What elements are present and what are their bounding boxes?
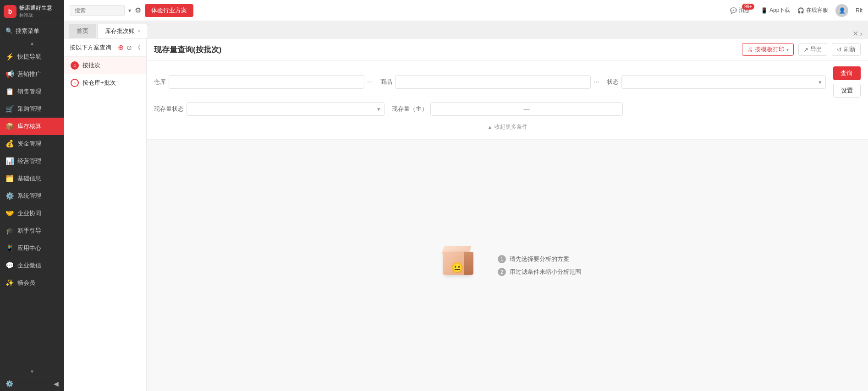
tab-close-right[interactable]: ✕ › — [847, 29, 868, 38]
sidebar-item-label: 企业协同 — [17, 209, 41, 217]
left-panel-header: 按以下方案查询 ⊕ ⊙ 《 — [64, 38, 146, 57]
inventory-icon: 📦 — [5, 122, 14, 130]
sidebar-item-label: 基础信息 — [17, 174, 41, 183]
sidebar-item-system[interactable]: ⚙️ 系统管理 — [0, 187, 64, 205]
warehouse-more-btn[interactable]: ··· — [367, 78, 373, 86]
sales-icon: 📋 — [5, 87, 14, 96]
sidebar-item-collab[interactable]: 🤝 企业协同 — [0, 205, 64, 222]
settings-icon: ⚙️ — [5, 380, 13, 387]
page-title: 现存量查询(按批次) — [154, 44, 221, 55]
box-face-emoji: 😐 — [451, 262, 463, 274]
app-download-label: App下载 — [769, 6, 790, 14]
topbar-gear-btn[interactable]: ⚙ — [135, 6, 141, 15]
user-avatar[interactable]: 👤 — [835, 4, 848, 17]
operation-icon: 📊 — [5, 157, 14, 165]
sidebar-item-label: 系统管理 — [17, 192, 41, 200]
product-more-btn[interactable]: ··· — [593, 78, 599, 86]
product-field: 商品 ··· — [380, 75, 599, 89]
hint-num-1: 1 — [498, 255, 506, 263]
status-field: 状态 ▾ — [607, 75, 826, 89]
collapse-label: 收起更多条件 — [494, 123, 527, 131]
page-header-right: 🖨 按模板打印 ▾ ↗ 导出 ↺ 刷新 — [742, 43, 861, 56]
scheme-settings-btn[interactable]: ⊙ — [126, 44, 132, 51]
sidebar-item-operation[interactable]: 📊 经营管理 — [0, 152, 64, 170]
stock-qty-field: 现存量（主） — — [392, 102, 622, 116]
stock-status-dropdown-arrow: ▾ — [377, 106, 380, 113]
status-label: 状态 — [607, 78, 619, 86]
page-header: 现存量查询(按批次) 🖨 按模板打印 ▾ ↗ 导出 ↺ 刷新 — [147, 38, 868, 61]
stock-status-select[interactable]: ▾ — [187, 102, 385, 116]
export-btn[interactable]: ↗ 导出 — [798, 43, 827, 56]
messages-btn[interactable]: 💬 消息 99+ — [730, 6, 750, 14]
basic-icon: 🗂️ — [5, 174, 14, 183]
experience-btn[interactable]: 体验行业方案 — [145, 4, 193, 17]
warehouse-input[interactable] — [169, 75, 364, 89]
sidebar-item-label: 营销推广 — [17, 70, 41, 78]
template-print-btn[interactable]: 🖨 按模板打印 ▾ — [742, 43, 794, 56]
sidebar-item-inventory[interactable]: 📦 库存核算 — [0, 118, 64, 135]
sidebar-nav: ⚡ 快捷导航 📢 营销推广 📋 销售管理 🛒 采购管理 📦 库存核算 💰 资金管… — [0, 48, 64, 367]
sidebar-item-sales[interactable]: 📋 销售管理 — [0, 83, 64, 100]
topbar-search-input[interactable] — [70, 5, 125, 16]
sidebar-item-apps[interactable]: 📱 应用中心 — [0, 239, 64, 257]
status-select[interactable]: ▾ — [621, 75, 826, 89]
sidebar-item-finance[interactable]: 💰 资金管理 — [0, 135, 64, 152]
print-icon: 🖨 — [747, 46, 753, 53]
app-download-btn[interactable]: 📱 App下载 — [761, 6, 790, 14]
topbar-dropdown-btn[interactable]: ▾ — [128, 7, 131, 14]
hint-item-1: 1 请先选择要分析的方案 — [498, 255, 581, 263]
refresh-icon: ↺ — [837, 46, 842, 53]
gear-icon: ⚙ — [135, 6, 141, 14]
collab-icon: 🤝 — [5, 209, 14, 217]
scroll-up-arrow[interactable]: ▲ — [0, 39, 64, 48]
chevron-right-icon[interactable]: › — [860, 30, 863, 38]
refresh-btn[interactable]: ↺ 刷新 — [832, 43, 861, 56]
hint-text-2: 用过滤条件来缩小分析范围 — [510, 268, 581, 276]
online-service-btn[interactable]: 🎧 在线客服 — [797, 6, 828, 14]
hint-item-2: 2 用过滤条件来缩小分析范围 — [498, 268, 581, 276]
query-btn[interactable]: 查询 — [833, 66, 861, 80]
sidebar-item-newbie[interactable]: 🎓 新手引导 — [0, 222, 64, 239]
sidebar-item-marketing[interactable]: 📢 营销推广 — [0, 65, 64, 83]
close-icon[interactable]: ✕ — [852, 29, 858, 38]
scheme-collapse-btn[interactable]: 《 — [135, 43, 141, 52]
company-name: 畅康通好生意 — [19, 5, 52, 12]
sidebar-item-vip[interactable]: ✨ 畅会员 — [0, 274, 64, 292]
stock-qty-max[interactable] — [533, 106, 618, 113]
username-label[interactable]: Rit — [856, 7, 863, 14]
collapse-icon: ◀ — [54, 380, 59, 387]
add-scheme-btn[interactable]: ⊕ — [118, 43, 124, 52]
app-logo: b — [4, 5, 16, 18]
sidebar-item-label: 经营管理 — [17, 157, 41, 165]
tab-inventory-batch-label: 库存批次账 — [105, 27, 135, 35]
search-menu-label: 搜索菜单 — [16, 27, 39, 35]
print-dropdown-arrow: ▾ — [786, 47, 789, 52]
status-dropdown-arrow: ▾ — [819, 79, 822, 86]
sidebar-item-basic[interactable]: 🗂️ 基础信息 — [0, 170, 64, 187]
scheme-by-warehouse-batch[interactable]: ○ 按仓库+批次 — [64, 74, 146, 92]
sidebar-item-wechat[interactable]: 💬 企业微信 — [0, 257, 64, 274]
scheme-by-batch[interactable]: ⊙ 按批次 — [64, 57, 146, 74]
sidebar-item-purchase[interactable]: 🛒 采购管理 — [0, 100, 64, 118]
search-icon: 🔍 — [5, 27, 13, 34]
system-icon: ⚙️ — [5, 192, 14, 200]
sidebar-item-shortcut[interactable]: ⚡ 快捷导航 — [0, 48, 64, 65]
empty-box-illustration: 😐 — [434, 245, 479, 291]
settings-btn[interactable]: 设置 — [833, 84, 861, 98]
scheme-by-warehouse-batch-label: 按仓库+批次 — [82, 79, 116, 87]
tab-inventory-batch[interactable]: 库存批次账 × — [97, 24, 148, 38]
tab-home[interactable]: 首页 — [69, 24, 96, 38]
sidebar: b 畅康通好生意 标准版 🔍 搜索菜单 ▲ ⚡ 快捷导航 📢 营销推广 📋 销售… — [0, 0, 64, 391]
product-input[interactable] — [395, 75, 591, 89]
filter-actions-col: 查询 设置 — [833, 66, 861, 98]
stock-qty-min[interactable] — [435, 106, 520, 113]
search-menu-item[interactable]: 🔍 搜索菜单 — [0, 23, 64, 39]
scroll-down-arrow[interactable]: ▼ — [0, 367, 64, 376]
product-label: 商品 — [380, 78, 392, 86]
tab-close-btn[interactable]: × — [137, 29, 140, 34]
sidebar-collapse-btn[interactable]: ◀ — [54, 380, 59, 387]
online-service-label: 在线客服 — [806, 6, 828, 14]
sidebar-settings-btn[interactable]: ⚙️ — [5, 380, 13, 387]
box-3d: 😐 — [438, 245, 475, 277]
collapse-bar[interactable]: ▲ 收起更多条件 — [154, 120, 861, 134]
